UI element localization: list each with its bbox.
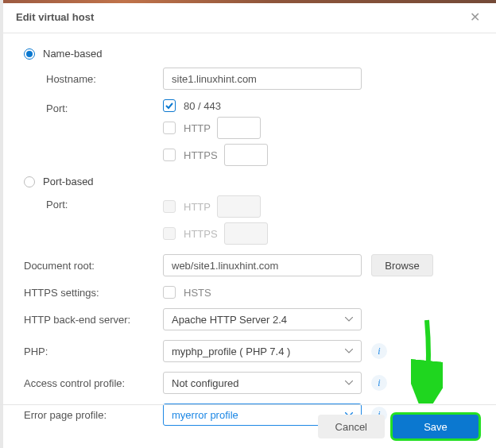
port-http-input[interactable] bbox=[217, 117, 261, 139]
titlebar: Edit virtual host ✕ bbox=[0, 0, 496, 33]
port-based-label: Port-based bbox=[43, 176, 94, 187]
window-left-edge bbox=[0, 0, 3, 448]
https-settings-label: HTTPS settings: bbox=[24, 287, 163, 299]
backend-value: Apache HTTP Server 2.4 bbox=[172, 314, 287, 326]
hostname-row: Hostname: bbox=[24, 68, 472, 90]
port-https-line[interactable]: HTTPS bbox=[163, 144, 268, 166]
port2-options: HTTP HTTPS bbox=[163, 195, 268, 245]
chevron-down-icon bbox=[345, 349, 353, 353]
hostname-input[interactable] bbox=[163, 68, 362, 90]
docroot-row: Document root: Browse bbox=[24, 254, 472, 276]
hsts-line[interactable]: HSTS bbox=[163, 286, 211, 299]
port-http-label: HTTP bbox=[184, 122, 211, 134]
php-value: myphp_profile ( PHP 7.4 ) bbox=[172, 346, 290, 357]
dialog-title: Edit virtual host bbox=[16, 11, 94, 23]
port2-https-label: HTTPS bbox=[184, 228, 218, 240]
access-label: Access control profile: bbox=[24, 377, 163, 389]
backend-select[interactable]: Apache HTTP Server 2.4 bbox=[163, 308, 362, 330]
port-https-checkbox bbox=[163, 149, 176, 161]
info-icon[interactable]: i bbox=[371, 343, 387, 359]
port-default-line[interactable]: 80 / 443 bbox=[163, 99, 268, 112]
port-row: Port: 80 / 443 HTTP HTTPS bbox=[24, 99, 472, 166]
port-default-checkbox bbox=[163, 99, 176, 112]
dialog-footer: Cancel Save bbox=[0, 404, 496, 448]
chevron-down-icon bbox=[345, 317, 353, 322]
port-label: Port: bbox=[24, 99, 163, 114]
port2-http-label: HTTP bbox=[184, 201, 211, 213]
info-icon[interactable]: i bbox=[371, 375, 387, 391]
cancel-button[interactable]: Cancel bbox=[318, 415, 385, 438]
docroot-label: Document root: bbox=[24, 260, 163, 272]
access-select[interactable]: Not configured bbox=[163, 372, 362, 394]
backend-row: HTTP back-end server: Apache HTTP Server… bbox=[24, 308, 472, 330]
hostname-label: Hostname: bbox=[24, 73, 163, 85]
edit-virtual-host-dialog: Edit virtual host ✕ Name-based Hostname:… bbox=[0, 0, 496, 448]
access-row: Access control profile: Not configured i bbox=[24, 372, 472, 394]
php-row: PHP: myphp_profile ( PHP 7.4 ) i bbox=[24, 340, 472, 362]
backend-label: HTTP back-end server: bbox=[24, 314, 163, 326]
window-top-edge bbox=[0, 0, 496, 3]
port2-label: Port: bbox=[24, 195, 163, 210]
close-icon[interactable]: ✕ bbox=[470, 10, 480, 25]
php-select[interactable]: myphp_profile ( PHP 7.4 ) bbox=[163, 340, 362, 362]
port-based-radio[interactable]: Port-based bbox=[24, 176, 472, 187]
port2-https-line: HTTPS bbox=[163, 222, 268, 245]
docroot-input[interactable] bbox=[163, 254, 362, 276]
port-https-input[interactable] bbox=[224, 144, 268, 166]
hsts-label: HSTS bbox=[184, 287, 211, 299]
radio-unselected-icon bbox=[24, 176, 35, 187]
chevron-down-icon bbox=[345, 380, 353, 385]
port2-http-checkbox bbox=[163, 200, 176, 213]
name-based-label: Name-based bbox=[43, 48, 102, 60]
dialog-body: Name-based Hostname: Port: 80 / 443 HTTP bbox=[0, 33, 496, 442]
port2-http-line: HTTP bbox=[163, 195, 268, 218]
port-default-label: 80 / 443 bbox=[184, 100, 221, 112]
port2-https-input bbox=[224, 222, 268, 245]
port-https-label: HTTPS bbox=[184, 149, 218, 161]
port2-https-checkbox bbox=[163, 227, 176, 240]
browse-button[interactable]: Browse bbox=[371, 254, 433, 276]
port-http-line[interactable]: HTTP bbox=[163, 117, 268, 139]
radio-selected-icon bbox=[24, 48, 35, 60]
port-http-checkbox bbox=[163, 122, 176, 134]
hsts-checkbox bbox=[163, 286, 176, 299]
https-settings-row: HTTPS settings: HSTS bbox=[24, 286, 472, 299]
name-based-radio[interactable]: Name-based bbox=[24, 48, 472, 60]
access-value: Not configured bbox=[172, 377, 239, 389]
php-label: PHP: bbox=[24, 346, 163, 357]
port-options: 80 / 443 HTTP HTTPS bbox=[163, 99, 268, 166]
port2-http-input bbox=[217, 195, 261, 218]
port2-row: Port: HTTP HTTPS bbox=[24, 195, 472, 245]
save-button[interactable]: Save bbox=[393, 415, 479, 438]
